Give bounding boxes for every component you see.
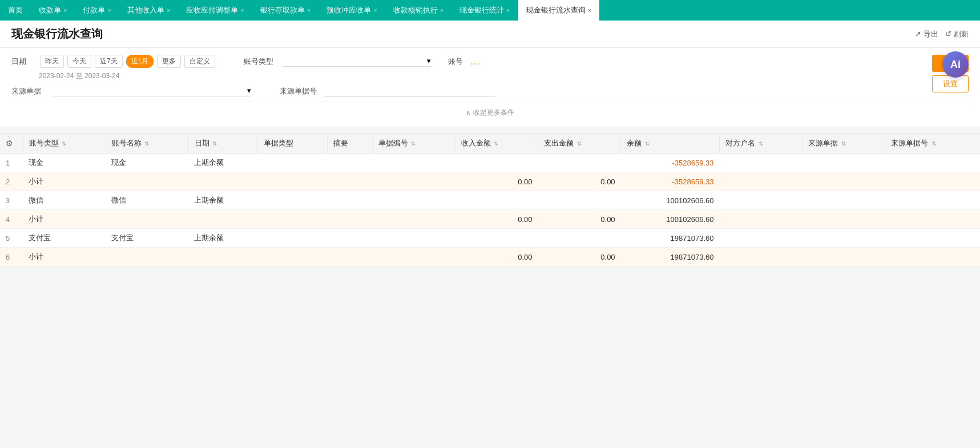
- cell-account-type: 小计: [23, 172, 106, 191]
- nav-tab-3[interactable]: 应收应付调整单 ×: [178, 0, 252, 21]
- collapse-button[interactable]: ∧ 收起更多条件: [11, 106, 969, 120]
- data-table: ⚙ 账号类型 ⇅ 账号名称 ⇅ 日期 ⇅ 单据类型 摘要: [0, 133, 980, 267]
- date-btn-custom[interactable]: 自定义: [184, 55, 215, 68]
- nav-tab-1[interactable]: 付款单 ×: [75, 0, 119, 21]
- table-row: 1 现金 现金 上期余额 -3528659.33: [0, 154, 980, 172]
- nav-tab-8[interactable]: 现金银行流水查询 ×: [518, 0, 599, 21]
- cell-summary: [327, 172, 372, 191]
- nav-tab-4[interactable]: 银行存取款单 ×: [252, 0, 318, 21]
- source-doc-label: 来源单据: [11, 86, 46, 96]
- col-counterpart: 对方户名 ⇅: [719, 134, 802, 154]
- cell-source-doc: [802, 191, 885, 210]
- sort-source-doc-icon[interactable]: ⇅: [841, 140, 846, 147]
- cell-summary: [327, 154, 372, 172]
- cell-doc-type: [257, 229, 327, 248]
- cell-doc-no: [372, 229, 455, 248]
- account-more-icon[interactable]: ...: [470, 56, 481, 67]
- cell-counterpart: [719, 248, 802, 267]
- nav-tab-8-close[interactable]: ×: [588, 7, 591, 14]
- col-account-type: 账号类型 ⇅: [23, 134, 106, 154]
- source-doc-select[interactable]: ▾: [51, 86, 251, 96]
- col-account-name: 账号名称 ⇅: [106, 134, 188, 154]
- sort-account-type-icon[interactable]: ⇅: [62, 140, 66, 147]
- page-header: 现金银行流水查询 ↗ 导出 ↺ 刷新: [0, 21, 980, 48]
- col-income: 收入金额 ⇅: [455, 134, 538, 154]
- cell-summary: [327, 210, 372, 229]
- cell-income: 0.00: [455, 210, 538, 229]
- account-type-label: 账号类型: [244, 56, 278, 67]
- cell-counterpart: [719, 229, 802, 248]
- date-btn-yesterday[interactable]: 昨天: [40, 55, 64, 68]
- nav-tab-7[interactable]: 现金银行统计 ×: [451, 0, 518, 21]
- nav-tab-0-close[interactable]: ×: [63, 7, 67, 14]
- cell-balance: -3528659.33: [621, 154, 720, 172]
- chevron-up-icon: ∧: [466, 109, 471, 117]
- date-btn-1month[interactable]: 近1月: [126, 55, 154, 68]
- ai-assistant-button[interactable]: Ai: [942, 51, 969, 78]
- cell-source-doc: [802, 248, 885, 267]
- sort-balance-icon[interactable]: ⇅: [645, 140, 650, 147]
- nav-tab-5-close[interactable]: ×: [373, 7, 377, 14]
- cell-doc-no: [372, 172, 455, 191]
- sort-expense-icon[interactable]: ⇅: [577, 140, 582, 147]
- header-actions: ↗ 导出 ↺ 刷新: [915, 29, 969, 39]
- date-btn-more[interactable]: 更多: [157, 55, 181, 68]
- nav-tab-2[interactable]: 其他收入单 ×: [119, 0, 178, 21]
- cell-source-doc: [802, 229, 885, 248]
- nav-tab-6-close[interactable]: ×: [440, 7, 443, 14]
- cell-counterpart: [719, 210, 802, 229]
- date-btn-7days[interactable]: 近7天: [95, 55, 123, 68]
- cell-account-type: 小计: [23, 210, 106, 229]
- settings-icon[interactable]: ⚙: [6, 139, 13, 148]
- nav-tab-6[interactable]: 收款核销执行 ×: [385, 0, 451, 21]
- sort-account-name-icon[interactable]: ⇅: [144, 140, 149, 147]
- cell-summary: [327, 229, 372, 248]
- cell-summary: [327, 248, 372, 267]
- nav-tab-7-close[interactable]: ×: [506, 7, 510, 14]
- sort-income-icon[interactable]: ⇅: [494, 140, 498, 147]
- nav-tab-4-close[interactable]: ×: [307, 7, 310, 14]
- nav-tab-3-close[interactable]: ×: [240, 7, 244, 14]
- cell-expense: 0.00: [538, 248, 620, 267]
- cell-expense: [538, 154, 620, 172]
- setting-button[interactable]: 设置: [932, 75, 969, 92]
- cell-row-num: 5: [0, 229, 23, 248]
- nav-tab-5[interactable]: 预收冲应收单 ×: [318, 0, 385, 21]
- sort-date-icon[interactable]: ⇅: [212, 140, 217, 147]
- nav-home[interactable]: 首页: [0, 5, 31, 15]
- sort-counterpart-icon[interactable]: ⇅: [759, 140, 763, 147]
- cell-doc-no: [372, 248, 455, 267]
- export-button[interactable]: ↗ 导出: [915, 29, 938, 39]
- col-settings[interactable]: ⚙: [0, 134, 23, 154]
- nav-tab-1-close[interactable]: ×: [107, 7, 111, 14]
- nav-tab-0[interactable]: 收款单 ×: [31, 0, 75, 21]
- table-row: 3 微信 微信 上期余额 100102606.60: [0, 191, 980, 210]
- date-range-display: 2023-02-24 至 2023-03-24: [39, 71, 921, 81]
- cell-row-num: 2: [0, 172, 23, 191]
- cell-date: [188, 210, 257, 229]
- export-icon: ↗: [915, 30, 921, 38]
- date-btn-today[interactable]: 今天: [67, 55, 91, 68]
- refresh-icon: ↺: [945, 30, 951, 38]
- col-balance: 余额 ⇅: [621, 134, 720, 154]
- account-type-select[interactable]: ▾: [283, 56, 431, 67]
- refresh-button[interactable]: ↺ 刷新: [945, 29, 969, 39]
- cell-row-num: 1: [0, 154, 23, 172]
- date-options: 昨天 今天 近7天 近1月 更多 自定义: [40, 55, 215, 68]
- cell-doc-type: [257, 210, 327, 229]
- table-row: 2 小计 0.00 0.00 -3528659.33: [0, 172, 980, 191]
- cell-counterpart: [719, 154, 802, 172]
- cell-balance: 19871073.60: [621, 229, 720, 248]
- source-doc-chevron-icon: ▾: [247, 86, 251, 95]
- cell-balance: 100102606.60: [621, 210, 720, 229]
- sort-source-doc-no-icon[interactable]: ⇅: [931, 140, 936, 147]
- date-label: 日期: [11, 56, 34, 67]
- source-doc-num-input[interactable]: [324, 86, 495, 97]
- cell-balance: -3528659.33: [621, 172, 720, 191]
- nav-tab-2-close[interactable]: ×: [167, 7, 170, 14]
- cell-date: [188, 248, 257, 267]
- source-doc-num-label: 来源单据号: [280, 86, 320, 96]
- sort-doc-no-icon[interactable]: ⇅: [411, 140, 416, 147]
- cell-date: 上期余额: [188, 154, 257, 172]
- cell-doc-type: [257, 154, 327, 172]
